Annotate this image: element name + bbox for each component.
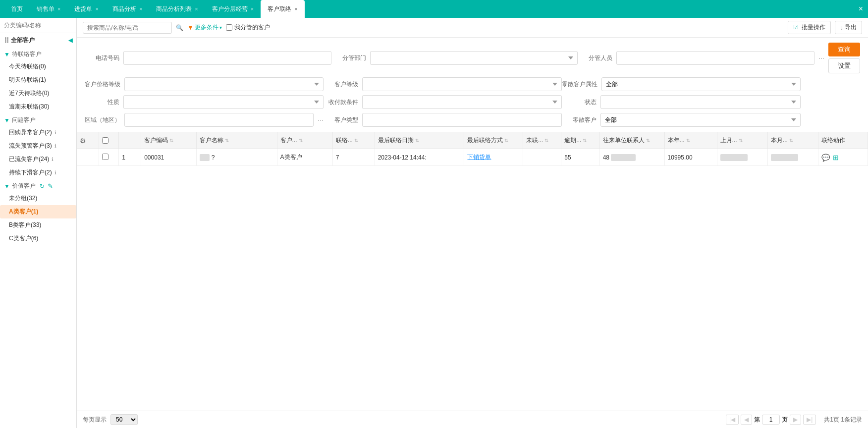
filter-phone-input[interactable] bbox=[123, 51, 331, 65]
nav-tab-product-list[interactable]: 商品分析列表 × bbox=[149, 0, 205, 18]
content-area: 🔍 ▼ 更多条件 ▾ 我分管的客户 ☑ 批量操作 ↓ 导出 bbox=[77, 18, 868, 428]
last-page-button[interactable]: ▶| bbox=[803, 415, 816, 425]
value-edit-icon[interactable]: ✎ bbox=[48, 182, 53, 190]
row-checkbox[interactable] bbox=[102, 154, 108, 160]
td-last-m-blurred bbox=[720, 154, 748, 161]
filter-region-input[interactable] bbox=[124, 113, 314, 127]
query-button[interactable]: 查询 bbox=[828, 43, 860, 56]
td-last-date: 2023-04-12 14:44: bbox=[375, 149, 464, 166]
my-customer-checkbox-label[interactable]: 我分管的客户 bbox=[226, 23, 270, 32]
export-button[interactable]: ↓ 导出 bbox=[835, 21, 862, 34]
filter-nature-select[interactable] bbox=[123, 95, 324, 109]
nav-tab-product-analysis[interactable]: 商品分析 × bbox=[106, 0, 149, 18]
set-button[interactable]: 设置 bbox=[828, 58, 860, 73]
th-this-m[interactable]: 本月...⇅ bbox=[767, 132, 818, 149]
nav-tab-purchase[interactable]: 进货单 × bbox=[67, 0, 105, 18]
th-code[interactable]: 客户编码⇅ bbox=[141, 132, 197, 149]
th-name[interactable]: 客户名称⇅ bbox=[197, 132, 277, 149]
filter-retail-attr-select[interactable]: 全部 bbox=[601, 77, 801, 91]
sidebar-search-input[interactable] bbox=[4, 22, 77, 29]
filter-price-level-select[interactable] bbox=[124, 77, 324, 91]
qr-icon[interactable]: ⊞ bbox=[833, 154, 839, 161]
sidebar-all-customers[interactable]: ⠿ 全部客户 ◀ bbox=[0, 33, 76, 48]
filter-icon: ▼ bbox=[187, 24, 194, 31]
gear-icon[interactable]: ⚙ bbox=[80, 137, 86, 145]
select-all-checkbox[interactable] bbox=[102, 137, 108, 144]
th-days[interactable]: 未联...⇅ bbox=[523, 132, 561, 149]
th-last-date[interactable]: 最后联络日期⇅ bbox=[375, 132, 464, 149]
nav-tab-customer-contact-close[interactable]: × bbox=[294, 6, 297, 12]
sidebar-item-week-pending[interactable]: 近7天待联络(0) bbox=[0, 87, 76, 100]
nav-tab-sales-close[interactable]: × bbox=[57, 6, 60, 12]
filter-manager-dots[interactable]: ··· bbox=[818, 54, 824, 62]
nav-tab-product-analysis-close[interactable]: × bbox=[139, 6, 142, 12]
filter-row-1: 电话号码 分管部门 分管人员 ··· 查询 设置 bbox=[85, 43, 860, 73]
sidebar-item-class-a[interactable]: A类客户(1) bbox=[0, 205, 76, 218]
batch-ops-button[interactable]: ☑ 批量操作 bbox=[788, 21, 831, 34]
sidebar-week-pending-label: 近7天待联络(0) bbox=[9, 89, 49, 98]
close-all-tabs-icon[interactable]: × bbox=[859, 4, 863, 13]
th-type[interactable]: 客户...⇅ bbox=[277, 132, 332, 149]
filter-right-actions: ☑ 批量操作 ↓ 导出 bbox=[788, 21, 862, 34]
filter-cell-dept: 分管部门 bbox=[331, 51, 578, 65]
filter-cell-status: 状态 bbox=[562, 95, 801, 109]
sidebar-item-declining[interactable]: 持续下滑客户(2) ℹ bbox=[0, 166, 76, 179]
export-icon: ↓ bbox=[840, 24, 843, 31]
filter-region-dots[interactable]: ··· bbox=[318, 116, 324, 124]
filter-customer-level-select[interactable] bbox=[362, 77, 562, 91]
page-size-select[interactable]: 50 100 200 bbox=[110, 414, 138, 425]
th-check[interactable] bbox=[99, 132, 119, 149]
filter-search-input[interactable] bbox=[83, 22, 172, 34]
nav-tab-customer-tier-close[interactable]: × bbox=[251, 6, 254, 12]
my-customer-checkbox[interactable] bbox=[226, 24, 232, 31]
nav-tab-purchase-close[interactable]: × bbox=[95, 6, 98, 12]
th-hist[interactable]: 往来单位联系人⇅ bbox=[599, 132, 664, 149]
next-page-button[interactable]: ▶ bbox=[790, 415, 801, 425]
nav-tab-customer-contact[interactable]: 客户联络 × bbox=[261, 0, 304, 18]
already-lost-info-icon: ℹ bbox=[52, 157, 54, 162]
filter-status-select[interactable] bbox=[600, 95, 801, 109]
th-contact[interactable]: 联络...⇅ bbox=[332, 132, 375, 149]
td-last-method-link[interactable]: 下销货单 bbox=[467, 154, 491, 160]
filter-customer-type-input[interactable] bbox=[362, 113, 562, 127]
sidebar-item-class-c[interactable]: C类客户(6) bbox=[0, 232, 76, 245]
nav-tab-product-list-close[interactable]: × bbox=[195, 6, 198, 12]
nav-tab-home[interactable]: 首页 bbox=[4, 0, 30, 18]
prev-page-button[interactable]: ◀ bbox=[741, 415, 752, 425]
td-check[interactable] bbox=[99, 149, 119, 166]
table-scroll[interactable]: ⚙ 客户编码⇅ 客户名称⇅ 客户...⇅ 联络...⇅ 最后联络日期⇅ 最后联 bbox=[77, 132, 868, 411]
page-total-info: 共1页 1条记录 bbox=[824, 416, 862, 424]
filter-payment-select[interactable] bbox=[362, 95, 562, 109]
sidebar-item-class-b[interactable]: B类客户(33) bbox=[0, 218, 76, 232]
filter-manager-input[interactable] bbox=[616, 51, 814, 65]
sidebar-item-lost-warning[interactable]: 流失预警客户(3) ℹ bbox=[0, 139, 76, 153]
filter-more-conditions[interactable]: ▼ 更多条件 ▾ bbox=[187, 23, 222, 32]
th-last-m[interactable]: 上月...⇅ bbox=[717, 132, 767, 149]
chat-icon[interactable]: 💬 bbox=[821, 154, 830, 161]
sidebar-item-today-pending[interactable]: 今天待联络(0) bbox=[0, 60, 76, 73]
first-page-button[interactable]: |◀ bbox=[726, 415, 739, 425]
sidebar-item-ungrouped[interactable]: 未分组(32) bbox=[0, 192, 76, 205]
value-refresh-icon[interactable]: ↻ bbox=[40, 183, 45, 190]
th-overdue[interactable]: 逾期...⇅ bbox=[561, 132, 599, 149]
sidebar-item-repurchase-anomaly[interactable]: 回购异常客户(2) ℹ bbox=[0, 126, 76, 139]
nav-tab-customer-tier[interactable]: 客户分层经营 × bbox=[205, 0, 261, 18]
filter-retail-label: 零散客户 bbox=[562, 116, 597, 124]
filter-retail-select[interactable]: 全部 bbox=[600, 113, 801, 127]
th-name-label: 客户名称 bbox=[200, 136, 223, 145]
sidebar-item-already-lost[interactable]: 已流失客户(24) ℹ bbox=[0, 153, 76, 166]
page-number-input[interactable] bbox=[762, 415, 780, 425]
sidebar-item-tomorrow-pending[interactable]: 明天待联络(1) bbox=[0, 73, 76, 87]
th-gear[interactable]: ⚙ bbox=[77, 132, 99, 149]
nav-tab-sales[interactable]: 销售单 × bbox=[30, 0, 67, 18]
th-year[interactable]: 本年...⇅ bbox=[664, 132, 717, 149]
sidebar-item-overdue-pending[interactable]: 逾期未联络(30) bbox=[0, 100, 76, 113]
td-last-method[interactable]: 下销货单 bbox=[464, 149, 523, 166]
filter-search-icon[interactable]: 🔍 bbox=[176, 24, 183, 31]
th-last-method[interactable]: 最后联络方式⇅ bbox=[464, 132, 523, 149]
action-icons: 💬 ⊞ bbox=[821, 154, 865, 161]
filter-dept-select[interactable] bbox=[370, 51, 578, 65]
sidebar-collapse-icon[interactable]: ◀ bbox=[68, 37, 72, 44]
top-nav: 首页 销售单 × 进货单 × 商品分析 × 商品分析列表 × 客户分层经营 × … bbox=[0, 0, 868, 18]
td-hist-blurred bbox=[611, 154, 636, 161]
